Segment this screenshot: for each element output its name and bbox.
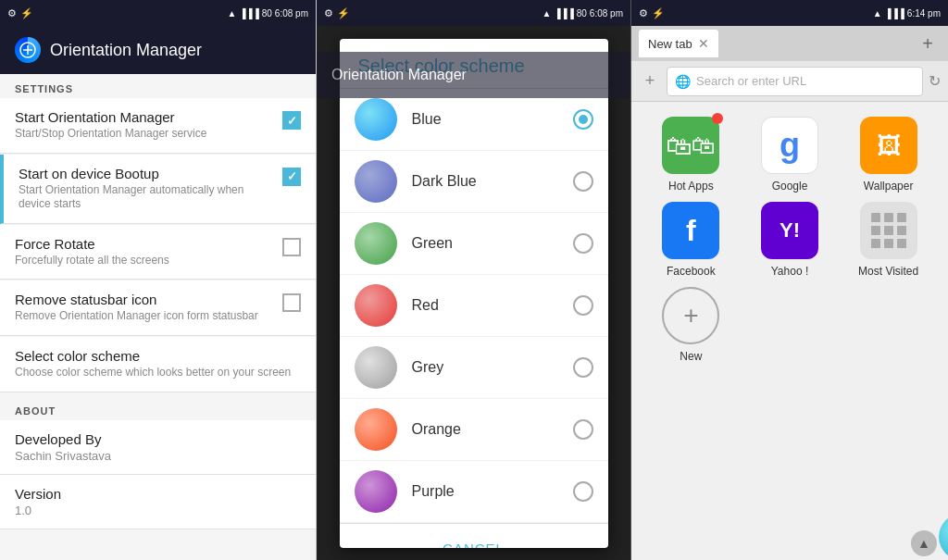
p3-time: 6:14 pm [907, 8, 941, 19]
setting-statusbar-icon[interactable]: Remove statusbar icon Remove Orientation… [0, 280, 316, 336]
refresh-icon[interactable]: ↻ [929, 72, 941, 90]
most-visited-label: Most Visited [858, 265, 918, 278]
setting-start-om-title: Start Orientation Manager [15, 109, 273, 125]
color-circle-blue [355, 98, 397, 141]
setting-start-om[interactable]: Start Orientation Manager Start/Stop Ori… [0, 98, 316, 154]
url-bar[interactable]: 🌐 Search or enter URL [667, 67, 923, 96]
dot-4 [871, 226, 880, 235]
settings-panel: ⚙ ⚡ ▲ ▐▐▐ 80 6:08 pm Orientation Manager… [0, 0, 317, 560]
color-circle-green [355, 222, 397, 265]
setting-color-scheme[interactable]: Select color scheme Choose color scheme … [0, 337, 316, 392]
address-bar: + 🌐 Search or enter URL ↻ [631, 61, 948, 102]
setting-bootup[interactable]: Start on device Bootup Start Orientation… [0, 155, 316, 224]
browser-content: 🛍 Hot Apps g Google 🖼 Wallpaper f [631, 102, 948, 560]
android-icon: ⚙ [7, 7, 17, 19]
setting-force-rotate-title: Force Rotate [15, 236, 273, 252]
wifi-icon: ▲ [228, 8, 237, 19]
google-label: Google [772, 180, 808, 193]
setting-force-rotate[interactable]: Force Rotate Forcefully rotate all the s… [0, 225, 316, 280]
add-tab-button[interactable]: + [915, 31, 941, 56]
radio-blue[interactable] [573, 109, 593, 130]
color-list: Blue Dark Blue Green Red [340, 89, 608, 523]
p3-status-right: ▲ ▐▐▐ 6:14 pm [873, 8, 941, 19]
color-name-orange: Orange [412, 421, 573, 438]
wallpaper-icon: 🖼 [860, 117, 917, 174]
yahoo-label: Yahoo ! [771, 265, 808, 278]
setting-bootup-checkbox[interactable] [282, 168, 301, 186]
dot-3 [897, 213, 906, 222]
p2-wifi-icon: ▲ [543, 8, 552, 19]
color-green[interactable]: Green [340, 213, 608, 275]
about-section-header: ABOUT [0, 396, 316, 420]
color-circle-purple [355, 470, 397, 513]
color-red[interactable]: Red [340, 275, 608, 337]
about-version-title: Version [15, 486, 301, 502]
color-scheme-dialog: Select color scheme Blue Dark Blue Green [340, 39, 608, 548]
tile-facebook[interactable]: f Facebook [646, 202, 736, 278]
tile-wallpaper[interactable]: 🖼 Wallpaper [843, 117, 933, 193]
about-developed-title: Developed By [15, 431, 301, 447]
radio-green[interactable] [573, 233, 593, 254]
dialog-panel: ⚙ ⚡ ▲ ▐▐▐ 80 6:08 pm Orientation Manager… [317, 0, 631, 560]
facebook-label: Facebook [667, 265, 716, 278]
radio-orange[interactable] [573, 419, 593, 440]
new-tab-icon[interactable]: + [639, 70, 661, 93]
color-orange[interactable]: Orange [340, 399, 608, 461]
dot-7 [871, 239, 880, 248]
radio-darkblue[interactable] [573, 171, 593, 192]
color-name-blue: Blue [412, 111, 573, 128]
setting-start-om-text: Start Orientation Manager Start/Stop Ori… [15, 109, 282, 142]
status-bar-1: ⚙ ⚡ ▲ ▐▐▐ 80 6:08 pm [0, 0, 316, 26]
p2-android-icon: ⚙ [324, 7, 333, 19]
blurred-title: Orientation Manager [331, 67, 467, 83]
tile-google[interactable]: g Google [745, 117, 835, 193]
hot-apps-badge [712, 113, 723, 124]
new-label: New [680, 350, 702, 363]
status-bar-3: ⚙ ⚡ ▲ ▐▐▐ 6:14 pm [631, 0, 948, 26]
tile-most-visited[interactable]: Most Visited [843, 202, 933, 278]
radio-purple[interactable] [573, 481, 593, 502]
browser-tab-new[interactable]: New tab ✕ [639, 30, 718, 57]
wallpaper-label: Wallpaper [864, 180, 914, 193]
color-purple[interactable]: Purple [340, 461, 608, 523]
setting-statusbar-desc: Remove Orientation Manager icon form sta… [15, 309, 273, 324]
color-name-darkblue: Dark Blue [412, 173, 573, 190]
dialog-backdrop: Orientation Manager Select color scheme … [317, 26, 630, 560]
most-visited-icon [860, 202, 917, 259]
signal-icon: ▐▐▐ [239, 8, 258, 19]
settings-content: SETTINGS Start Orientation Manager Start… [0, 74, 316, 560]
status-icons-left: ⚙ ⚡ [7, 7, 33, 19]
tile-yahoo[interactable]: Y! Yahoo ! [745, 202, 835, 278]
yahoo-icon: Y! [761, 202, 818, 259]
color-name-green: Green [412, 235, 573, 252]
setting-bootup-desc: Start Orientation Manager automatically … [19, 183, 273, 212]
tab-close-icon[interactable]: ✕ [698, 36, 709, 51]
color-grey[interactable]: Grey [340, 337, 608, 399]
app-title: Orientation Manager [50, 41, 202, 60]
about-developed-by: Developed By Sachin Srivastava [0, 420, 316, 475]
setting-color-scheme-text: Select color scheme Choose color scheme … [15, 348, 301, 380]
setting-start-om-checkbox[interactable] [282, 111, 301, 130]
p3-wifi-icon: ▲ [873, 8, 882, 19]
p2-time: 6:08 pm [590, 8, 623, 19]
setting-color-scheme-title: Select color scheme [15, 348, 292, 364]
setting-statusbar-checkbox[interactable] [282, 293, 301, 312]
setting-force-rotate-checkbox[interactable] [282, 238, 301, 256]
color-name-purple: Purple [412, 483, 573, 500]
new-tab-circle: + [662, 287, 719, 344]
color-name-red: Red [412, 297, 573, 314]
radio-red[interactable] [573, 295, 593, 316]
color-circle-orange [355, 408, 397, 451]
blurred-bg-header: Orientation Manager [317, 52, 630, 98]
tile-hot-apps[interactable]: 🛍 Hot Apps [646, 117, 736, 193]
color-circle-grey [355, 346, 397, 389]
cancel-button[interactable]: Cancel [424, 535, 523, 548]
app-header: Orientation Manager [0, 26, 316, 74]
dot-1 [871, 213, 880, 222]
about-version-value: 1.0 [15, 504, 301, 517]
radio-grey[interactable] [573, 357, 593, 378]
dot-6 [897, 226, 906, 235]
tile-new[interactable]: + New [646, 287, 736, 363]
scroll-top-button[interactable]: ▲ [911, 530, 937, 556]
color-darkblue[interactable]: Dark Blue [340, 151, 608, 213]
